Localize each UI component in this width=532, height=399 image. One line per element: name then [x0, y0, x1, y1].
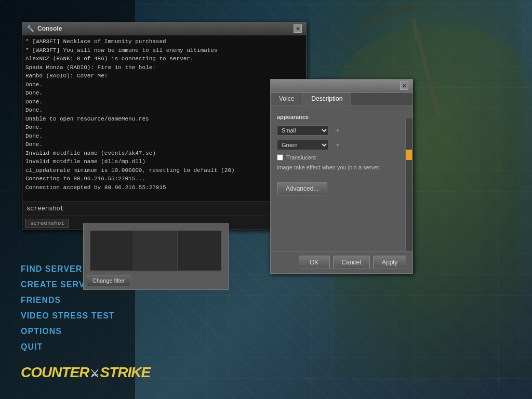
model-item-3[interactable]	[178, 231, 221, 270]
color-row: Green Red Blue Black ▼	[277, 140, 398, 150]
console-line: Done.	[25, 89, 303, 98]
model-list	[90, 230, 222, 272]
console-line: AlexNCZ (RANK: 0 of 486) is connecting t…	[25, 55, 303, 63]
console-close-button[interactable]: ✕	[294, 24, 302, 33]
console-line: Done.	[25, 132, 303, 141]
console-line: Rambo (RADIO): Cover Me!	[25, 72, 303, 81]
console-line: Done.	[25, 106, 303, 115]
translucent-row: Translucent	[277, 154, 398, 161]
console-window: 🔧 Console ✕ * [WAR3FT] Necklace of Immun…	[22, 22, 307, 230]
filter-dialog: Change filter	[83, 223, 229, 290]
console-line: Unable to open resource/GameMenu.res	[25, 115, 303, 124]
console-line: * [WAR3FT] You will now be immune to all…	[25, 46, 303, 55]
size-row: Small Medium Large ▼	[277, 125, 398, 136]
logo-divider: ⚔	[90, 368, 99, 379]
apply-button[interactable]: Apply	[373, 256, 406, 269]
size-dropdown-icon: ▼	[335, 128, 340, 134]
cs-logo-text: Counter⚔Strike	[21, 364, 135, 381]
console-line: * [WAR3FT] Necklace of Immunity purchase…	[25, 37, 303, 46]
sidebar-item-options[interactable]: OPTIONS	[21, 325, 135, 338]
console-title: Console	[37, 25, 62, 32]
logo-counter: Counter	[21, 364, 89, 380]
options-scrollbar[interactable]	[405, 118, 413, 251]
color-dropdown-icon: ▼	[335, 142, 340, 148]
options-dialog-close-button[interactable]: ✕	[400, 82, 408, 90]
options-dialog-titlebar: ✕	[271, 79, 413, 92]
options-tabs: Voice Description	[271, 92, 413, 105]
console-line: Invalid motdfile name (events/ak47.sc)	[25, 149, 303, 158]
console-line: Connecting to 80.96.216.55:27015...	[25, 175, 303, 183]
options-scrollbar-thumb[interactable]	[406, 150, 412, 160]
console-line: Connection accepted by 80.96.216.55:2701…	[25, 183, 303, 192]
console-line: Done.	[25, 140, 303, 149]
appearance-section-title: appearance	[277, 114, 398, 120]
console-line: Done.	[25, 123, 303, 132]
translucent-checkbox[interactable]	[277, 154, 283, 161]
cancel-button[interactable]: Cancel	[333, 256, 370, 269]
logo-strike: Strike	[100, 364, 150, 380]
advanced-button[interactable]: Advanced...	[277, 182, 327, 195]
sidebar-item-friends[interactable]: FRIENDS	[21, 294, 135, 307]
console-line: Done.	[25, 98, 303, 107]
model-item-1[interactable]	[90, 231, 134, 270]
console-icon: 🔧	[26, 25, 34, 32]
options-body: appearance Small Medium Large ▼ Green Re…	[271, 105, 413, 251]
model-item-2[interactable]	[134, 231, 178, 270]
console-line: Spada Monza (RADIO): Fire in the hole!	[25, 63, 303, 72]
cs-logo: Counter⚔Strike	[0, 364, 135, 381]
options-dialog: ✕ Voice Description appearance Small Med…	[270, 79, 413, 274]
console-line: Invalid motdfile name (dlls/mp.dll)	[25, 157, 303, 166]
ok-button[interactable]: OK	[299, 256, 330, 269]
change-filter-button[interactable]: Change filter	[87, 275, 130, 286]
sidebar-item-quit[interactable]: QUIT	[21, 340, 135, 354]
translucent-label: Translucent	[286, 154, 316, 161]
description-text: image take effect when you join a server…	[277, 164, 398, 171]
console-input-row: Submit	[22, 202, 306, 216]
titlebar-left: 🔧 Console	[26, 25, 62, 32]
console-line: cl_updaterate minimum is 10.000000, rese…	[25, 166, 303, 175]
options-content: appearance Small Medium Large ▼ Green Re…	[277, 114, 398, 195]
console-line: Done.	[25, 81, 303, 89]
console-titlebar: 🔧 Console ✕	[22, 22, 306, 35]
autocomplete-screenshot[interactable]: screenshot	[25, 219, 69, 228]
size-select[interactable]: Small Medium Large	[277, 125, 329, 136]
filter-content: Change filter	[84, 224, 228, 289]
tab-voice[interactable]: Voice	[271, 92, 303, 105]
console-input[interactable]	[22, 202, 273, 216]
sidebar-item-video-stress-test[interactable]: VIDEO STRESS TEST	[21, 309, 135, 323]
console-output[interactable]: * [WAR3FT] Necklace of Immunity purchase…	[22, 35, 306, 202]
color-select[interactable]: Green Red Blue Black	[277, 140, 329, 150]
tab-description[interactable]: Description	[303, 92, 351, 105]
options-bottom-bar: OK Cancel Apply	[271, 251, 413, 273]
